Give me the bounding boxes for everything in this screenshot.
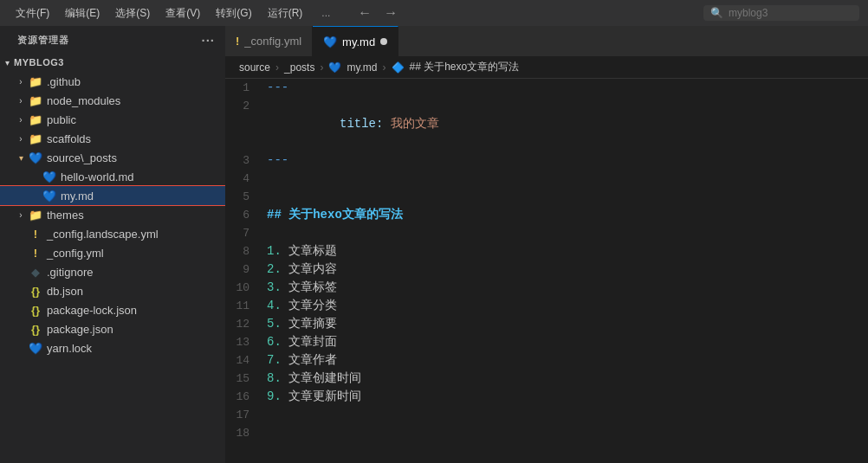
folder-arrow-icon: › — [14, 115, 28, 125]
menu-edit[interactable]: 编辑(E) — [58, 4, 107, 23]
tab-my-md-label: my.md — [342, 35, 375, 48]
tab-my-md[interactable]: 💙 my.md — [313, 26, 398, 56]
line-content-9: 2. 文章内容 — [267, 260, 868, 279]
line-content-14: 7. 文章作者 — [267, 351, 868, 370]
folder-icon: 📁 — [28, 209, 43, 222]
tab-my-md-icon: 💙 — [323, 35, 337, 48]
tab-unsaved-dot — [380, 38, 387, 45]
tab-config-yml[interactable]: ! _config.yml — [225, 26, 313, 56]
folder-arrow-icon: › — [14, 134, 28, 144]
sidebar-item-github[interactable]: › 📁 .github — [0, 72, 225, 91]
code-line-15: 15 8. 文章创建时间 — [225, 370, 868, 388]
sidebar-item-package-lock[interactable]: › {} package-lock.json — [0, 300, 225, 319]
folder-icon: 📁 — [28, 94, 43, 107]
editor-area: ! _config.yml 💙 my.md source › _posts › … — [225, 26, 868, 463]
menu-bar: 文件(F) 编辑(E) 选择(S) 查看(V) 转到(G) 运行(R) ... — [9, 4, 337, 23]
json-icon: {} — [28, 285, 43, 298]
sidebar-item-package-json[interactable]: › {} package.json — [0, 319, 225, 338]
sidebar-item-yarn-lock[interactable]: › 💙 yarn.lock — [0, 338, 225, 357]
tabs-bar: ! _config.yml 💙 my.md — [225, 26, 868, 56]
line-num-9: 9 — [225, 260, 267, 279]
line-content-11: 4. 文章分类 — [267, 297, 868, 315]
breadcrumb-heading-icon: 🔷 — [392, 61, 405, 74]
nav-controls: ← → — [354, 3, 401, 23]
code-line-8: 8 1. 文章标题 — [225, 242, 868, 260]
menu-run[interactable]: 运行(R) — [261, 4, 310, 23]
menu-view[interactable]: 查看(V) — [159, 4, 207, 23]
sidebar-item-yarn-lock-label: yarn.lock — [47, 342, 92, 355]
sidebar-item-public[interactable]: › 📁 public — [0, 110, 225, 129]
line-num-15: 15 — [225, 370, 267, 388]
sidebar-header: 资源管理器 ··· — [0, 26, 225, 53]
tab-config-yml-label: _config.yml — [244, 35, 301, 48]
code-line-10: 10 3. 文章标签 — [225, 279, 868, 297]
code-line-3: 3 --- — [225, 151, 868, 170]
sidebar-item-public-label: public — [47, 113, 76, 126]
sidebar-item-package-lock-label: package-lock.json — [47, 304, 137, 317]
menu-more[interactable]: ... — [314, 5, 337, 21]
sidebar-item-source-posts[interactable]: ▾ 💙 source\_posts — [0, 148, 225, 167]
sidebar-tree: ▾ MYBLOG3 › 📁 .github › 📁 node_modules › — [0, 53, 225, 463]
sidebar: 资源管理器 ··· ▾ MYBLOG3 › 📁 .github › 📁 node… — [0, 26, 225, 463]
sidebar-item-config-yml[interactable]: › ! _config.yml — [0, 243, 225, 262]
search-bar[interactable]: 🔍 — [703, 5, 859, 21]
sidebar-item-my-md-label: my.md — [61, 190, 94, 203]
code-line-13: 13 6. 文章封面 — [225, 333, 868, 351]
line-num-16: 16 — [225, 388, 267, 406]
sidebar-item-themes-label: themes — [47, 209, 84, 222]
search-input[interactable] — [729, 7, 841, 19]
sidebar-item-themes[interactable]: › 📁 themes — [0, 205, 225, 224]
breadcrumb-sep-3: › — [383, 61, 386, 74]
line-num-13: 13 — [225, 333, 267, 351]
sidebar-item-db-json[interactable]: › {} db.json — [0, 281, 225, 300]
line-num-14: 14 — [225, 351, 267, 370]
sidebar-item-hello-world[interactable]: › 💙 hello-world.md — [0, 167, 225, 186]
editor-content[interactable]: 1 --- 2 title: 我的文章 3 --- 4 5 — [225, 79, 868, 463]
code-line-11: 11 4. 文章分类 — [225, 297, 868, 315]
breadcrumb-posts[interactable]: _posts — [284, 61, 314, 74]
sidebar-item-node-modules[interactable]: › 📁 node_modules — [0, 91, 225, 110]
folder-icon: 📁 — [28, 75, 43, 88]
breadcrumb-mymd[interactable]: my.md — [347, 61, 377, 74]
sidebar-item-my-md[interactable]: › 💙 my.md — [0, 186, 225, 205]
breadcrumb-md-icon: 💙 — [328, 61, 341, 74]
sidebar-item-scaffolds-label: scaffolds — [47, 132, 91, 145]
breadcrumb-sep-2: › — [320, 61, 323, 74]
sidebar-item-gitignore[interactable]: › ◆ .gitignore — [0, 262, 225, 281]
line-num-18: 18 — [225, 424, 267, 442]
breadcrumb: source › _posts › 💙 my.md › 🔷 ## 关于hexo文… — [225, 56, 868, 79]
tree-root[interactable]: ▾ MYBLOG3 — [0, 53, 225, 72]
sidebar-item-node-modules-label: node_modules — [47, 94, 120, 107]
menu-file[interactable]: 文件(F) — [9, 4, 56, 23]
breadcrumb-source[interactable]: source — [239, 61, 270, 74]
config-landscape-icon: ! — [28, 228, 43, 241]
tab-config-yml-icon: ! — [236, 35, 239, 48]
code-line-4: 4 — [225, 170, 868, 188]
menu-select[interactable]: 选择(S) — [108, 4, 157, 23]
config-yml-icon: ! — [28, 247, 43, 260]
code-line-9: 9 2. 文章内容 — [225, 260, 868, 279]
nav-forward-button[interactable]: → — [380, 3, 401, 23]
folder-open-arrow-icon: ▾ — [14, 153, 28, 163]
line-num-1: 1 — [225, 79, 267, 97]
sidebar-item-scaffolds[interactable]: › 📁 scaffolds — [0, 129, 225, 148]
root-label: MYBLOG3 — [14, 57, 64, 68]
menu-goto[interactable]: 转到(G) — [209, 4, 258, 23]
line-num-10: 10 — [225, 279, 267, 297]
md-icon: 💙 — [42, 170, 57, 183]
code-line-7: 7 — [225, 224, 868, 242]
main-layout: 资源管理器 ··· ▾ MYBLOG3 › 📁 .github › 📁 node… — [0, 26, 868, 463]
line-content-13: 6. 文章封面 — [267, 333, 868, 351]
nav-back-button[interactable]: ← — [354, 3, 375, 23]
line-num-6: 6 — [225, 206, 267, 224]
code-line-16: 16 9. 文章更新时间 — [225, 388, 868, 406]
sidebar-item-config-landscape[interactable]: › ! _config.landscape.yml — [0, 224, 225, 243]
line-num-4: 4 — [225, 170, 267, 188]
line-num-3: 3 — [225, 151, 267, 170]
sidebar-title: 资源管理器 — [17, 34, 69, 47]
folder-arrow-icon: › — [14, 210, 28, 220]
code-line-12: 12 5. 文章摘要 — [225, 315, 868, 333]
breadcrumb-heading[interactable]: ## 关于hexo文章的写法 — [410, 60, 520, 74]
code-line-2: 2 title: 我的文章 — [225, 97, 868, 151]
sidebar-options-button[interactable]: ··· — [201, 33, 215, 48]
